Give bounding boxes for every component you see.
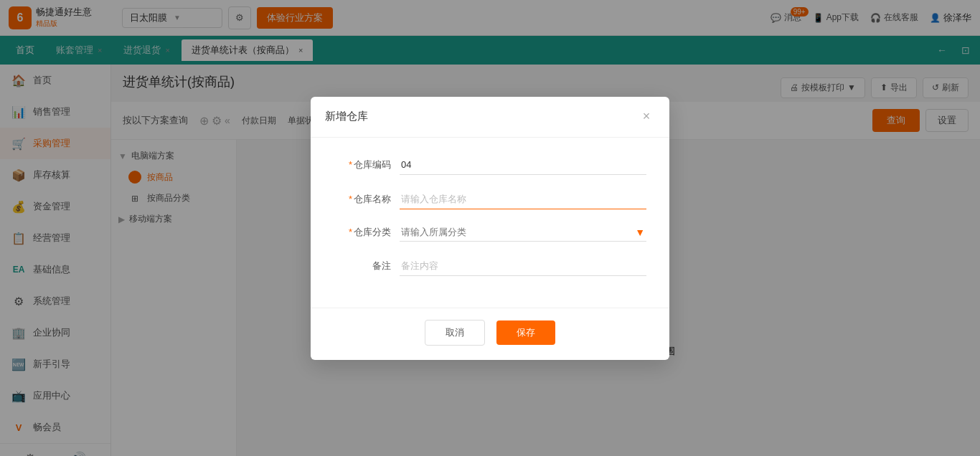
modal-footer: 取消 保存	[311, 308, 669, 360]
warehouse-category-row: *仓库分类 ▼	[334, 224, 646, 242]
warehouse-code-row: *仓库编码	[334, 155, 646, 175]
cancel-button[interactable]: 取消	[425, 320, 485, 346]
new-warehouse-modal: 新增仓库 × *仓库编码 *仓库名称 *仓库分类	[311, 97, 669, 360]
required-star-name: *	[349, 194, 352, 204]
remarks-row: 备注	[334, 256, 646, 276]
warehouse-name-row: *仓库名称	[334, 189, 646, 209]
modal-title: 新增仓库	[325, 110, 368, 123]
warehouse-category-input[interactable]	[401, 227, 635, 237]
category-dropdown-icon[interactable]: ▼	[635, 227, 645, 238]
required-star-code: *	[349, 159, 352, 170]
warehouse-name-label: *仓库名称	[334, 193, 391, 206]
required-star-cat: *	[349, 227, 352, 237]
warehouse-code-input[interactable]	[400, 155, 646, 175]
warehouse-name-input[interactable]	[400, 189, 646, 209]
modal-body: *仓库编码 *仓库名称 *仓库分类 ▼	[311, 138, 669, 308]
modal-close-button[interactable]: ×	[638, 108, 655, 125]
modal-overlay: 新增仓库 × *仓库编码 *仓库名称 *仓库分类	[0, 0, 980, 456]
modal-header: 新增仓库 ×	[311, 97, 669, 138]
save-button[interactable]: 保存	[496, 320, 555, 345]
warehouse-category-label: *仓库分类	[334, 226, 391, 239]
warehouse-category-select-row: ▼	[400, 224, 646, 242]
warehouse-code-label: *仓库编码	[334, 158, 391, 171]
remarks-label: 备注	[334, 260, 391, 272]
remarks-input[interactable]	[400, 256, 646, 276]
